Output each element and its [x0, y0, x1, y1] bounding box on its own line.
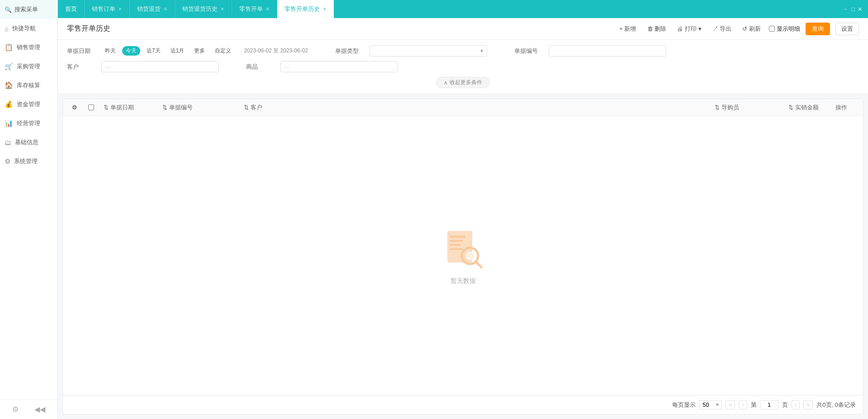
- th-customer[interactable]: ⇅ 客户: [239, 104, 710, 112]
- th-salesperson-label: 导购员: [721, 104, 739, 112]
- window-close-btn[interactable]: ✕: [858, 6, 863, 13]
- page-number-input[interactable]: [760, 400, 778, 410]
- show-detail-label: 显示明细: [777, 25, 800, 33]
- sidebar: 🔍 搜索采单 ⌂快捷导航📋销售管理🛒采购管理🏠库存核算💰资金管理📊经营管理🗂基础…: [0, 0, 58, 419]
- sidebar-item-sales-mgmt[interactable]: 📋销售管理: [0, 38, 57, 57]
- print-dropdown-icon: ▾: [698, 25, 702, 32]
- tab-label-retail-open: 零售开单: [239, 5, 263, 13]
- refresh-button[interactable]: ↺ 刷新: [740, 23, 764, 35]
- sidebar-item-purchase-mgmt[interactable]: 🛒采购管理: [0, 57, 57, 76]
- customer-input-wrapper[interactable]: ···: [101, 61, 219, 72]
- tab-close-retail-history[interactable]: ✕: [323, 6, 327, 12]
- date-btn-更多[interactable]: 更多: [190, 46, 209, 56]
- sort-icon-customer: ⇅: [244, 104, 249, 111]
- sidebar-item-quick-nav[interactable]: ⌂快捷导航: [0, 19, 57, 38]
- product-dots: ···: [285, 63, 289, 70]
- doc-num-input[interactable]: [549, 45, 666, 56]
- show-detail-checkbox[interactable]: [769, 26, 775, 32]
- nav-icon-sales-mgmt: 📋: [5, 43, 13, 52]
- nav-label-finance: 资金管理: [17, 100, 40, 108]
- sidebar-item-sys-mgmt[interactable]: ⚙系统管理: [0, 152, 57, 171]
- nav-label-purchase-mgmt: 采购管理: [17, 62, 40, 71]
- customer-filter-label: 客户: [67, 63, 92, 71]
- th-num-label: 单据编号: [169, 104, 193, 112]
- date-btn-自定义[interactable]: 自定义: [211, 46, 235, 56]
- settings-col-btn[interactable]: ⚙: [66, 104, 83, 111]
- nav-label-basic-info: 基础信息: [15, 138, 38, 146]
- sidebar-item-operation[interactable]: 📊经营管理: [0, 114, 57, 133]
- tab-close-sales-return[interactable]: ✕: [163, 6, 167, 12]
- date-btn-昨天[interactable]: 昨天: [101, 46, 119, 56]
- empty-svg-icon: [441, 226, 486, 272]
- tab-label-sales-order: 销售订单: [92, 5, 115, 13]
- nav-icon-inventory: 🏠: [5, 81, 13, 89]
- date-btn-今天[interactable]: 今天: [122, 46, 140, 56]
- next-page-btn[interactable]: ›: [792, 400, 800, 410]
- tab-sales-return[interactable]: 销货退货✕: [130, 0, 175, 18]
- tab-label-sales-return-history: 销货退货历史: [182, 5, 218, 13]
- select-all-checkbox[interactable]: [88, 104, 94, 110]
- page-word: 第: [751, 401, 757, 409]
- tab-close-sales-order[interactable]: ✕: [118, 6, 122, 12]
- window-minimize-btn[interactable]: －: [843, 5, 849, 13]
- last-page-btn[interactable]: »: [803, 400, 813, 410]
- sidebar-search[interactable]: 🔍 搜索采单: [0, 0, 57, 19]
- date-btn-近1月[interactable]: 近1月: [167, 46, 188, 56]
- empty-illustration: [441, 226, 486, 272]
- window-maximize-btn[interactable]: □: [851, 6, 855, 13]
- tab-home[interactable]: 首页: [58, 0, 85, 18]
- query-button[interactable]: 查询: [806, 23, 830, 35]
- tab-retail-open[interactable]: 零售开单✕: [232, 0, 277, 18]
- refresh-label: ↺ 刷新: [742, 25, 761, 33]
- doc-type-wrapper: [370, 45, 487, 56]
- filter-row-1: 单据日期 昨天今天近7天近1月更多自定义 2023-06-02 至 2023-0…: [67, 45, 859, 56]
- nav-icon-quick-nav: ⌂: [5, 25, 9, 33]
- sidebar-item-basic-info[interactable]: 🗂基础信息: [0, 133, 57, 152]
- page-size-label: 每页显示: [672, 401, 696, 409]
- svg-rect-3: [450, 244, 461, 246]
- add-button[interactable]: + 新增: [617, 23, 639, 35]
- first-page-btn[interactable]: «: [726, 400, 735, 410]
- th-action: 操作: [823, 104, 859, 112]
- show-detail-wrapper: 显示明细: [769, 25, 800, 33]
- th-salesperson[interactable]: ⇅ 导购员: [710, 104, 764, 112]
- sidebar-collapse-btn[interactable]: ◀◀: [34, 405, 45, 414]
- table-area: ⚙ ⇅ 单据日期 ⇅ 单据编号 ⇅ 客户 ⇅: [62, 99, 863, 395]
- collapse-button[interactable]: ∧ 收起更多条件: [436, 77, 490, 88]
- nav-label-sales-mgmt: 销售管理: [17, 43, 40, 52]
- date-range-display: 2023-06-02 至 2023-06-02: [244, 47, 308, 55]
- date-quick-btns: 昨天今天近7天近1月更多自定义: [101, 46, 235, 56]
- th-date[interactable]: ⇅ 单据日期: [99, 104, 158, 112]
- page-label: 页: [782, 401, 788, 409]
- settings-button[interactable]: 设置: [835, 23, 859, 35]
- tab-close-sales-return-history[interactable]: ✕: [220, 6, 224, 12]
- tab-close-retail-open[interactable]: ✕: [266, 6, 270, 12]
- page-size-select[interactable]: 102050100: [699, 400, 722, 410]
- empty-state: 暂无数据: [63, 116, 863, 395]
- print-button[interactable]: 🖨 打印 ▾: [674, 23, 704, 35]
- th-amount[interactable]: ⇅ 实销金额: [764, 104, 823, 112]
- export-button[interactable]: ↗ 导出: [710, 23, 735, 35]
- th-amount-label: 实销金额: [795, 104, 819, 112]
- doc-type-select[interactable]: [370, 45, 487, 56]
- sidebar-footer: ⚙ ◀◀: [0, 399, 57, 419]
- filter-area: 单据日期 昨天今天近7天近1月更多自定义 2023-06-02 至 2023-0…: [58, 40, 868, 94]
- doc-type-label: 单据类型: [335, 47, 360, 55]
- main-area: 首页 销售订单✕销货退货✕销货退货历史✕零售开单✕零售开单历史✕ － □ ✕ 零…: [58, 0, 868, 419]
- svg-point-6: [465, 251, 474, 260]
- tab-sales-order[interactable]: 销售订单✕: [85, 0, 130, 18]
- select-all-col: [83, 104, 99, 110]
- prev-page-btn[interactable]: ‹: [739, 400, 747, 410]
- delete-button[interactable]: 🗑 删除: [645, 23, 669, 35]
- delete-label: 🗑 删除: [647, 25, 667, 33]
- sidebar-nav: ⌂快捷导航📋销售管理🛒采购管理🏠库存核算💰资金管理📊经营管理🗂基础信息⚙系统管理: [0, 19, 57, 171]
- sidebar-item-finance[interactable]: 💰资金管理: [0, 95, 57, 114]
- tab-sales-return-history[interactable]: 销货退货历史✕: [175, 0, 232, 18]
- tabs-container: 销售订单✕销货退货✕销货退货历史✕零售开单✕零售开单历史✕: [85, 0, 334, 18]
- sidebar-item-inventory[interactable]: 🏠库存核算: [0, 76, 57, 95]
- product-input-wrapper[interactable]: ···: [280, 61, 398, 72]
- sidebar-settings-btn[interactable]: ⚙: [12, 405, 19, 414]
- th-num[interactable]: ⇅ 单据编号: [158, 104, 239, 112]
- date-btn-近7天[interactable]: 近7天: [143, 46, 164, 56]
- tab-retail-history[interactable]: 零售开单历史✕: [277, 0, 334, 18]
